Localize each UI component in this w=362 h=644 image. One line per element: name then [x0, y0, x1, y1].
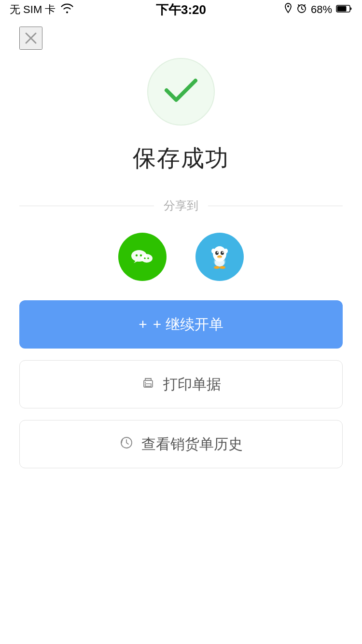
svg-point-22: [214, 266, 220, 269]
share-label: 分享到: [164, 198, 198, 213]
svg-rect-3: [337, 6, 347, 12]
history-icon: [119, 435, 134, 453]
status-left: 无 SIM 卡: [10, 2, 74, 17]
share-qq-button[interactable]: [195, 233, 244, 281]
share-icons: [19, 233, 343, 281]
svg-point-0: [287, 5, 289, 7]
svg-point-10: [144, 257, 146, 259]
sim-text: 无 SIM 卡: [10, 2, 56, 17]
battery-text: 68%: [311, 3, 332, 16]
history-label: 查看销货单历史: [141, 434, 243, 454]
svg-point-16: [222, 252, 223, 253]
main-content: 保存成功 分享到: [0, 19, 362, 468]
share-section: 分享到: [0, 198, 362, 281]
status-bar: 无 SIM 卡 下午3:20 68%: [0, 0, 362, 19]
action-buttons: + + 继续开单 打印单据: [0, 300, 362, 468]
svg-point-8: [136, 254, 138, 256]
continue-plus-icon: +: [139, 316, 147, 333]
alarm-icon: [296, 3, 307, 16]
check-icon: [164, 74, 198, 109]
status-time: 下午3:20: [156, 1, 206, 18]
share-divider: 分享到: [19, 198, 343, 213]
svg-rect-25: [145, 384, 151, 386]
close-button[interactable]: [19, 27, 42, 50]
svg-point-20: [211, 249, 215, 253]
status-right: 68%: [284, 3, 352, 16]
print-button[interactable]: 打印单据: [19, 360, 343, 408]
print-label: 打印单据: [163, 375, 221, 394]
svg-point-23: [220, 266, 225, 269]
svg-point-13: [215, 251, 219, 255]
success-circle: [147, 58, 215, 126]
battery-icon: [336, 3, 352, 16]
svg-point-21: [224, 249, 228, 253]
location-icon: [284, 3, 292, 16]
history-button[interactable]: 查看销货单历史: [19, 420, 343, 468]
svg-point-14: [221, 251, 224, 255]
svg-point-26: [145, 381, 146, 382]
wifi-icon: [60, 3, 74, 16]
success-title: 保存成功: [133, 143, 229, 174]
print-icon: [141, 376, 155, 393]
svg-point-15: [217, 252, 218, 253]
svg-point-11: [147, 257, 149, 259]
continue-button[interactable]: + + 继续开单: [19, 300, 343, 349]
continue-label: + 继续开单: [153, 315, 223, 335]
svg-point-19: [214, 257, 225, 266]
svg-point-7: [141, 254, 153, 263]
share-wechat-button[interactable]: [118, 233, 167, 281]
svg-point-9: [140, 254, 142, 256]
